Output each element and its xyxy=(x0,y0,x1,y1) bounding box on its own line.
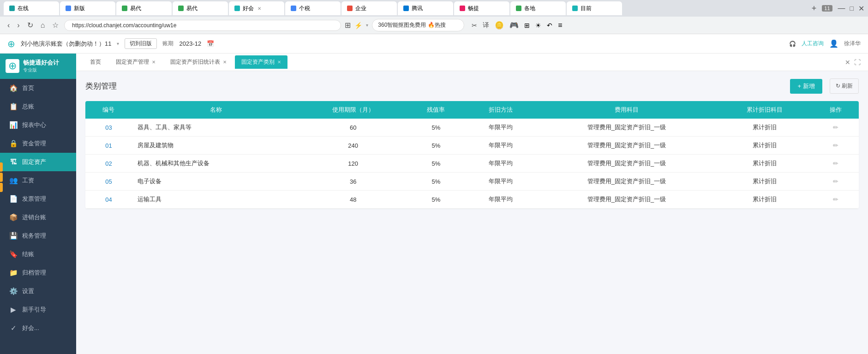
sidebar-item-more[interactable]: ✓ 好会... xyxy=(0,319,76,337)
browser-tab-7[interactable]: 腾讯 xyxy=(398,1,453,15)
maximize-button[interactable]: □ xyxy=(850,5,854,12)
forward-button[interactable]: › xyxy=(15,19,21,31)
url-input[interactable]: https://cloud.chanjet.com/accounting/uw1… xyxy=(64,20,341,31)
sidebar: ⊕ 畅捷通好会计 专业版 🏠 首页 📋 总账 📊 报表中心 🔒 资金管理 🏗 固… xyxy=(0,54,76,354)
new-tab-button[interactable]: + xyxy=(810,4,819,13)
tab-asset-category-close[interactable]: ✕ xyxy=(277,60,281,65)
logo-text-block: 畅捷通好会计 专业版 xyxy=(23,59,59,73)
tab-fixed-assets-mgmt-close[interactable]: ✕ xyxy=(152,60,156,65)
sidebar-item-tax[interactable]: 💾 税务管理 xyxy=(0,227,76,245)
cell-action-2: ✏ xyxy=(812,155,859,173)
bookmark-button[interactable]: ☆ xyxy=(50,19,60,31)
game-icon: 🎮 xyxy=(509,21,519,30)
refresh-icon: ↻ xyxy=(836,83,840,89)
cell-period-3: 36 xyxy=(299,173,407,191)
tab-favicon-10 xyxy=(572,6,578,11)
browser-chrome: 在线 新版 易代 易代 好会 ✕ 个税 企业 腾讯 畅提 各地 目前 + 11 … xyxy=(0,0,868,17)
back-button[interactable]: ‹ xyxy=(6,19,12,31)
tab-label-0: 在线 xyxy=(18,5,29,12)
sidebar-item-closing[interactable]: 🔖 结账 xyxy=(0,245,76,264)
browser-tab-10[interactable]: 目前 xyxy=(567,1,622,15)
tab-depreciation-table-close[interactable]: ✕ xyxy=(223,60,227,65)
table-row: 02 机器、机械和其他生产设备 120 5% 年限平均 管理费用_固定资产折旧_… xyxy=(85,155,859,173)
menu-icon[interactable]: ≡ xyxy=(558,21,562,30)
tab-label-6: 企业 xyxy=(355,5,366,12)
sidebar-label-fixed-assets: 固定资产 xyxy=(22,158,46,166)
tab-label-10: 目前 xyxy=(581,5,592,12)
tab-favicon-6 xyxy=(347,6,353,11)
browser-tab-4[interactable]: 好会 ✕ xyxy=(229,1,284,15)
tab-label-7: 腾讯 xyxy=(412,5,423,12)
tab-label-3: 易代 xyxy=(186,5,198,12)
tab-fixed-assets-mgmt[interactable]: 固定资产管理 ✕ xyxy=(109,55,162,69)
tab-home[interactable]: 首页 xyxy=(84,55,108,69)
cell-residual-3: 5% xyxy=(407,173,465,191)
refresh-button[interactable]: ↻ 刷新 xyxy=(830,78,859,94)
browser-tab-1[interactable]: 新版 xyxy=(60,1,115,15)
edit-button-3[interactable]: ✏ xyxy=(833,178,838,185)
sidebar-label-finance: 资金管理 xyxy=(22,139,46,148)
edit-button-4[interactable]: ✏ xyxy=(833,196,838,203)
calendar-icon[interactable]: 📅 xyxy=(207,40,214,47)
sidebar-item-settings[interactable]: ⚙️ 设置 xyxy=(0,282,76,300)
table-header: 编号 名称 使用期限（月） 残值率 折旧方法 费用科目 累计折旧科目 操作 xyxy=(85,101,859,119)
scissors-icon: ✂ xyxy=(472,22,477,29)
tab-close-4[interactable]: ✕ xyxy=(257,6,261,11)
browser-tab-6[interactable]: 企业 xyxy=(341,1,397,15)
col-period: 使用期限（月） xyxy=(299,101,407,119)
edit-button-1[interactable]: ✏ xyxy=(833,142,838,149)
sidebar-item-archive[interactable]: 📁 归档管理 xyxy=(0,264,76,282)
browser-tab-3[interactable]: 易代 xyxy=(173,1,228,15)
address-icon: ⊞ xyxy=(345,21,351,30)
cell-code-1: 01 xyxy=(85,137,132,155)
tab-depreciation-table[interactable]: 固定资产折旧统计表 ✕ xyxy=(164,55,233,69)
sidebar-item-home[interactable]: 🏠 首页 xyxy=(0,79,76,97)
company-name: 刘小艳演示账套（勿删勿动！）11 xyxy=(21,40,111,48)
undo-icon: ↶ xyxy=(547,22,552,29)
sidebar-item-fixed-assets[interactable]: 🏗 固定资产 xyxy=(0,153,76,171)
switch-version-button[interactable]: 切到旧版 xyxy=(125,38,157,49)
cell-residual-0: 5% xyxy=(407,119,465,137)
home-button[interactable]: ⌂ xyxy=(39,19,47,31)
table-row: 03 器具、工具、家具等 60 5% 年限平均 管理费用_固定资产折旧_一级 累… xyxy=(85,119,859,137)
sidebar-item-invoice[interactable]: 📄 发票管理 xyxy=(0,190,76,208)
tab-label-9: 各地 xyxy=(524,5,535,12)
tab-expand[interactable]: ⛶ xyxy=(854,59,861,66)
browser-tab-8[interactable]: 畅提 xyxy=(454,1,509,15)
sidebar-item-ledger[interactable]: 📋 总账 xyxy=(0,97,76,116)
tab-favicon-8 xyxy=(460,6,465,11)
col-code: 编号 xyxy=(85,101,132,119)
browser-tab-9[interactable]: 各地 xyxy=(510,1,566,15)
browser-tab-5[interactable]: 个税 xyxy=(285,1,341,15)
cell-accumulated-0: 累计折旧 xyxy=(717,119,812,137)
minimize-button[interactable]: — xyxy=(838,4,845,12)
reports-icon: 📊 xyxy=(9,121,18,129)
sidebar-item-payroll[interactable]: 👥 工资 xyxy=(0,171,76,190)
browser-search-input[interactable]: 360智能抠图免费用 🔥热搜 xyxy=(372,19,464,31)
tab-controls: ✕ ⛶ xyxy=(845,59,861,66)
tab-favicon-1 xyxy=(66,6,71,11)
col-expense: 费用科目 xyxy=(536,101,717,119)
support-label[interactable]: 人工咨询 xyxy=(802,40,824,48)
cell-code-3: 05 xyxy=(85,173,132,191)
cell-method-1: 年限平均 xyxy=(465,137,536,155)
tab-close-all[interactable]: ✕ xyxy=(845,59,850,66)
sidebar-item-reports[interactable]: 📊 报表中心 xyxy=(0,116,76,134)
refresh-button[interactable]: ↻ xyxy=(25,19,35,31)
address-dropdown[interactable]: ▾ xyxy=(366,23,368,28)
sidebar-label-payroll: 工资 xyxy=(22,176,34,185)
add-button[interactable]: + 新增 xyxy=(790,79,822,94)
dropdown-arrow[interactable]: ▾ xyxy=(117,41,119,46)
cell-action-4: ✏ xyxy=(812,191,859,209)
browser-tab-2[interactable]: 易代 xyxy=(116,1,172,15)
sidebar-item-finance[interactable]: 🔒 资金管理 xyxy=(0,134,76,153)
tab-asset-category[interactable]: 固定资产类别 ✕ xyxy=(235,55,287,69)
edit-button-0[interactable]: ✏ xyxy=(833,124,838,131)
sidebar-item-guide[interactable]: ▶ 新手引导 xyxy=(0,300,76,319)
browser-tab-0[interactable]: 在线 xyxy=(4,1,59,15)
cell-accumulated-1: 累计折旧 xyxy=(717,137,812,155)
close-window-button[interactable]: ✕ xyxy=(858,4,864,13)
edit-button-2[interactable]: ✏ xyxy=(833,160,838,167)
user-avatar: 👤 xyxy=(829,39,838,48)
sidebar-item-inventory[interactable]: 📦 进销台账 xyxy=(0,208,76,227)
